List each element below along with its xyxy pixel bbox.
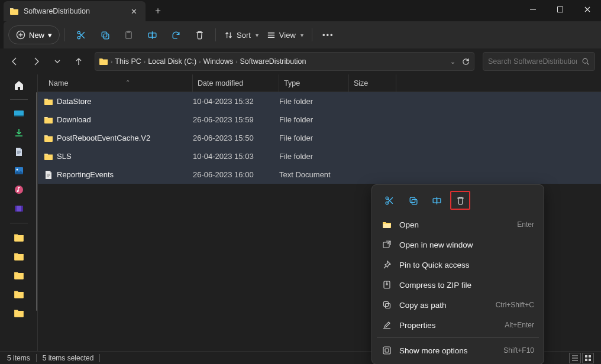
context-item-label: Properties	[399, 321, 497, 330]
file-date: 10-04-2023 15:32	[193, 97, 279, 106]
context-icon-row	[376, 188, 540, 214]
svg-rect-29	[433, 198, 437, 202]
svg-rect-33	[384, 302, 389, 307]
breadcrumb-item[interactable]: This PC	[115, 57, 141, 66]
context-menu: OpenEnterOpen in new windowPin to Quick …	[371, 184, 544, 364]
context-show-more[interactable]: Show more options Shift+F10	[376, 340, 540, 360]
zip-icon	[382, 280, 392, 290]
view-icon	[267, 31, 276, 40]
properties-icon	[382, 320, 392, 330]
context-item[interactable]: OpenEnter	[376, 214, 540, 235]
share-button[interactable]	[164, 25, 187, 45]
sidebar-desktop[interactable]	[12, 107, 26, 121]
svg-rect-13	[14, 115, 24, 116]
window-tab[interactable]: SoftwareDistribution ✕	[4, 1, 146, 21]
svg-point-17	[17, 190, 18, 192]
sidebar-folder[interactable]	[12, 230, 26, 245]
file-date: 10-04-2023 15:03	[193, 152, 279, 161]
sidebar-scrollbar[interactable]	[36, 92, 37, 311]
file-row[interactable]: DataStore10-04-2023 15:32File folder	[38, 92, 601, 110]
sidebar-folder[interactable]	[12, 268, 26, 282]
up-button[interactable]	[70, 53, 88, 70]
status-item-count: 5 items	[7, 354, 30, 362]
context-separator	[377, 337, 539, 338]
file-type: File folder	[279, 115, 349, 124]
more-button[interactable]: •••	[317, 25, 340, 45]
file-row[interactable]: PostRebootEventCache.V226-06-2023 15:50F…	[38, 129, 601, 147]
file-row[interactable]: SLS10-04-2023 15:03File folder	[38, 147, 601, 165]
file-name: SLS	[57, 152, 193, 161]
sidebar-documents[interactable]	[12, 145, 26, 159]
rename-button[interactable]	[141, 25, 163, 45]
column-date[interactable]: Date modified	[193, 74, 279, 92]
copy-button[interactable]	[93, 25, 116, 45]
close-button[interactable]	[574, 0, 601, 19]
svg-rect-36	[385, 349, 389, 352]
sidebar-home[interactable]	[12, 78, 26, 92]
folder-icon	[99, 57, 108, 66]
context-item[interactable]: Compress to ZIP file	[376, 275, 540, 295]
cut-button[interactable]	[70, 25, 92, 45]
trash-icon	[195, 30, 205, 40]
context-delete-button[interactable]	[450, 191, 470, 210]
view-details-button[interactable]	[569, 353, 581, 363]
file-rows: DataStore10-04-2023 15:32File folderDown…	[38, 92, 601, 184]
search-icon	[581, 57, 590, 66]
toolbar-separator	[312, 28, 312, 41]
svg-point-26	[386, 202, 388, 204]
context-rename-button[interactable]	[426, 191, 447, 210]
new-tab-button[interactable]: ＋	[149, 2, 167, 20]
sort-button[interactable]: Sort ▾	[221, 25, 262, 45]
column-type[interactable]: Type	[279, 74, 349, 92]
tab-close-button[interactable]: ✕	[129, 6, 138, 16]
file-row[interactable]: Download26-06-2023 15:59File folder	[38, 110, 601, 129]
svg-point-3	[77, 31, 80, 34]
maximize-button[interactable]	[547, 0, 574, 19]
context-copy-button[interactable]	[403, 191, 423, 210]
copy-path-icon	[382, 300, 392, 310]
chevron-right-icon: ›	[199, 58, 201, 65]
forward-button[interactable]	[27, 53, 45, 70]
context-item[interactable]: Open in new window	[376, 235, 540, 255]
svg-rect-20	[21, 206, 23, 212]
breadcrumb-item[interactable]: SoftwareDistribution	[240, 57, 306, 66]
sort-indicator-icon: ⌃	[125, 79, 130, 86]
view-large-button[interactable]	[582, 353, 594, 363]
more-icon	[382, 345, 392, 356]
context-item[interactable]: PropertiesAlt+Enter	[376, 315, 540, 335]
address-bar[interactable]: › This PC › Local Disk (C:) › Windows › …	[95, 52, 474, 71]
column-name[interactable]: Name⌃	[44, 74, 193, 92]
sidebar-folder[interactable]	[12, 287, 26, 301]
delete-button[interactable]	[188, 25, 211, 45]
new-button[interactable]: New ▾	[8, 25, 60, 44]
file-date: 26-06-2023 16:00	[193, 170, 279, 179]
context-item[interactable]: Copy as pathCtrl+Shift+C	[376, 295, 540, 315]
minimize-button[interactable]	[519, 0, 547, 19]
context-item-shortcut: Ctrl+Shift+C	[496, 301, 534, 309]
sidebar-folder[interactable]	[12, 249, 26, 264]
folder-open-icon	[382, 219, 392, 230]
view-button[interactable]: View ▾	[263, 25, 307, 45]
sidebar-folder[interactable]	[12, 306, 26, 320]
file-row[interactable]: ReportingEvents26-06-2023 16:00Text Docu…	[38, 165, 601, 184]
sidebar-pictures[interactable]	[12, 164, 26, 178]
sidebar-downloads[interactable]	[12, 126, 26, 140]
back-button[interactable]	[6, 53, 24, 70]
sidebar-music[interactable]	[12, 183, 26, 197]
context-cut-button[interactable]	[379, 191, 399, 210]
search-box[interactable]	[483, 52, 595, 71]
sidebar-videos[interactable]	[12, 202, 26, 216]
recent-dropdown[interactable]	[49, 53, 66, 70]
status-selected-count: 5 items selected	[43, 354, 94, 362]
breadcrumb-item[interactable]: Local Disk (C:)	[148, 57, 196, 66]
svg-rect-1	[558, 7, 563, 12]
breadcrumb-item[interactable]: Windows	[203, 57, 233, 66]
column-size[interactable]: Size	[349, 74, 396, 92]
chevron-down-icon: ▾	[300, 32, 303, 38]
paste-button[interactable]	[117, 25, 140, 45]
search-input[interactable]	[488, 57, 577, 66]
context-item[interactable]: Pin to Quick access	[376, 255, 540, 275]
refresh-button[interactable]	[461, 57, 470, 66]
chevron-down-icon[interactable]: ⌄	[450, 58, 455, 66]
sort-label: Sort	[237, 31, 251, 40]
